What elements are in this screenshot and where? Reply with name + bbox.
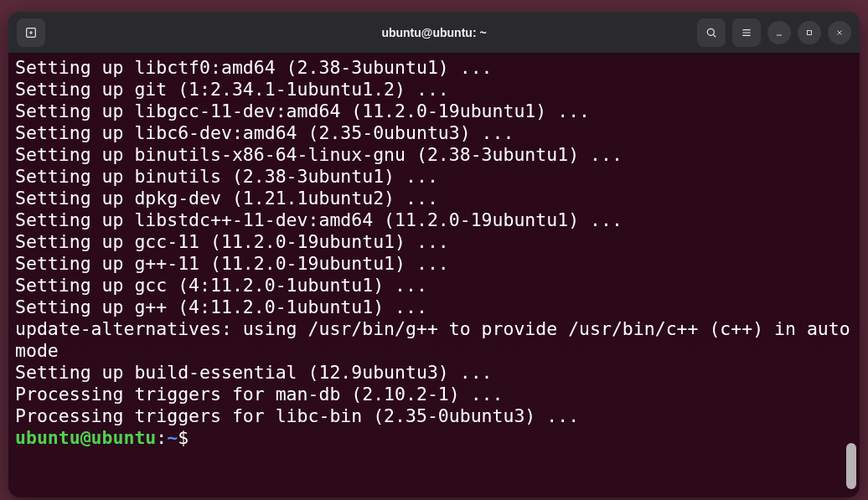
search-button[interactable] (697, 18, 726, 47)
output-line: Setting up binutils (2.38-3ubuntu1) ... (15, 166, 853, 188)
maximize-icon (804, 28, 814, 38)
output-line: Processing triggers for man-db (2.10.2-1… (15, 384, 853, 405)
new-tab-button[interactable] (17, 18, 45, 47)
terminal-body[interactable]: Setting up libctf0:amd64 (2.38-3ubuntu1)… (8, 54, 860, 497)
svg-point-3 (707, 28, 714, 35)
prompt-colon: : (156, 427, 167, 448)
prompt-line: ubuntu@ubuntu:~$ (15, 427, 853, 449)
output-line: Setting up libgcc-11-dev:amd64 (11.2.0-1… (15, 101, 853, 122)
terminal-window: ubuntu@ubuntu: ~ (8, 12, 860, 497)
output-line: Processing triggers for libc-bin (2.35-0… (15, 405, 853, 427)
svg-line-4 (713, 34, 716, 37)
cursor (190, 430, 199, 448)
minimize-button[interactable] (767, 21, 791, 44)
output-line: Setting up git (1:2.34.1-1ubuntu1.2) ... (15, 79, 853, 101)
scrollbar-thumb[interactable] (846, 443, 856, 489)
output-line: Setting up libc6-dev:amd64 (2.35-0ubuntu… (15, 122, 853, 144)
menu-button[interactable] (732, 18, 761, 47)
new-tab-icon (24, 26, 38, 39)
output-line: Setting up gcc-11 (11.2.0-19ubuntu1) ... (15, 231, 853, 253)
output-line: Setting up binutils-x86-64-linux-gnu (2.… (15, 144, 853, 166)
prompt-path: ~ (167, 427, 178, 448)
svg-rect-9 (808, 30, 812, 34)
prompt-symbol: $ (178, 427, 189, 448)
output-line: update-alternatives: using /usr/bin/g++ … (15, 318, 853, 362)
search-icon (705, 26, 718, 39)
close-icon (834, 28, 845, 38)
output-line: Setting up gcc (4:11.2.0-1ubuntu1) ... (15, 275, 853, 296)
prompt-user-host: ubuntu@ubuntu (15, 427, 156, 448)
close-button[interactable] (828, 21, 851, 44)
output-line: Setting up g++ (4:11.2.0-1ubuntu1) ... (15, 296, 853, 318)
output-line: Setting up build-essential (12.9ubuntu3)… (15, 362, 853, 384)
maximize-button[interactable] (798, 21, 821, 44)
output-line: Setting up dpkg-dev (1.21.1ubuntu2) ... (15, 188, 853, 209)
window-title: ubuntu@ubuntu: ~ (381, 26, 486, 39)
output-line: Setting up libctf0:amd64 (2.38-3ubuntu1)… (15, 57, 853, 79)
terminal-output: Setting up libctf0:amd64 (2.38-3ubuntu1)… (15, 57, 853, 427)
output-line: Setting up libstdc++-11-dev:amd64 (11.2.… (15, 209, 853, 231)
titlebar: ubuntu@ubuntu: ~ (8, 12, 860, 54)
hamburger-icon (740, 26, 753, 39)
minimize-icon (774, 28, 784, 38)
output-line: Setting up g++-11 (11.2.0-19ubuntu1) ... (15, 253, 853, 275)
